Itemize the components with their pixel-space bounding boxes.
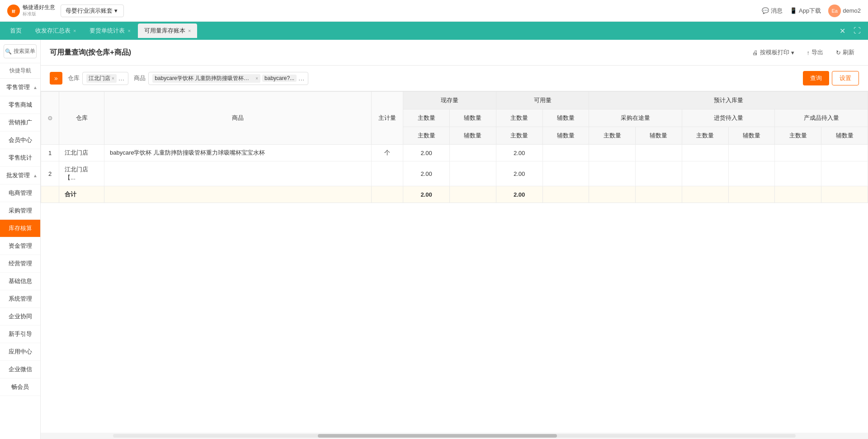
td-index: 2 [41, 161, 59, 186]
top-bar: 财 畅捷通好生意 标准版 母婴行业演示账套 ▾ 💬 消息 📱 App下载 Ea … [0, 0, 868, 22]
nav-tabs: 首页 收发存汇总表 × 要货单统计表 × 可用量库存账本 × ✕ ⛶ [0, 22, 868, 40]
settings-gear-icon[interactable]: ⚙ [47, 115, 53, 122]
th-settings[interactable]: ⚙ [41, 92, 59, 145]
scrollbar-thumb[interactable] [318, 434, 557, 438]
close-all-tabs[interactable]: ✕ [836, 27, 849, 35]
th-inc-aux: 辅数量 [728, 127, 775, 145]
th-prod-aux: 辅数量 [821, 127, 868, 145]
tab-available[interactable]: 可用量库存账本 × [138, 24, 197, 38]
print-template-btn[interactable]: 🖨 按模板打印 ▾ [748, 46, 799, 59]
product-input[interactable]: babycare学饮杯 儿童防摔防撞吸管杯重力球吸嘴杯宝宝水杯 × babyca… [148, 72, 308, 85]
th-purchase-in-transit: 采购在途量 [589, 109, 682, 127]
close-tab-available[interactable]: × [188, 28, 191, 33]
sidebar-item-enterprise[interactable]: 企业协同 [0, 308, 40, 326]
th-am2: 主数量 [496, 127, 542, 145]
sidebar-item-basic-info[interactable]: 基础信息 [0, 273, 40, 290]
filter-expand-btn[interactable]: » [50, 72, 62, 85]
sidebar-item-app-center[interactable]: 应用中心 [0, 343, 40, 361]
td-summary-current-main: 2.00 [403, 186, 450, 203]
sidebar-item-system[interactable]: 系统管理 [0, 290, 40, 308]
th-product: 商品 [104, 92, 372, 145]
sidebar-item-ecommerce[interactable]: 电商管理 [0, 184, 40, 202]
td-summary-inc-main [682, 186, 728, 203]
td-current-aux [449, 161, 496, 186]
sidebar-item-guide[interactable]: 新手引导 [0, 326, 40, 343]
summary-row: 合计 2.00 2.00 [41, 186, 868, 203]
sidebar-item-operation[interactable]: 经营管理 [0, 255, 40, 273]
td-summary-label: 合计 [59, 186, 104, 203]
sidebar-item-purchase[interactable]: 采购管理 [0, 202, 40, 220]
industry-selector[interactable]: 母婴行业演示账套 ▾ [61, 5, 124, 17]
download-icon: 📱 [790, 7, 797, 14]
sidebar-item-inventory[interactable]: 库存核算 [0, 220, 40, 237]
user-menu[interactable]: Ea demo2 [828, 5, 861, 17]
td-pur-main [589, 161, 636, 186]
chevron-print-icon: ▾ [791, 49, 794, 56]
product-tag-2: babycare?... [262, 75, 297, 82]
sidebar-item-marketing[interactable]: 营销推广 [0, 114, 40, 132]
message-btn[interactable]: 💬 消息 [762, 7, 783, 15]
close-tab-receipts[interactable]: × [73, 28, 76, 33]
sidebar-item-wholesale-mgmt[interactable]: 批发管理 ▲ [0, 167, 40, 184]
td-pur-aux [636, 145, 682, 161]
print-icon: 🖨 [752, 49, 758, 56]
td-summary-empty1 [41, 186, 59, 203]
sidebar-item-vip[interactable]: 畅会员 [0, 378, 40, 396]
query-btn[interactable]: 查询 [803, 71, 829, 85]
td-summary-current-aux [449, 186, 496, 203]
avatar: Ea [828, 5, 841, 17]
horizontal-scrollbar[interactable] [41, 433, 868, 439]
td-summary-empty2 [104, 186, 372, 203]
td-avail-aux [542, 145, 589, 161]
td-prod-main [775, 145, 821, 161]
content-area: 可用量查询(按仓库+商品) 🖨 按模板打印 ▾ ↑ 导出 ↻ 刷新 [41, 40, 868, 439]
refresh-btn[interactable]: ↻ 刷新 [831, 46, 859, 59]
filter-actions: 查询 设置 [803, 71, 859, 85]
td-summary-pur-aux [636, 186, 682, 203]
td-avail-main: 2.00 [496, 145, 542, 161]
td-prod-aux [821, 145, 868, 161]
warehouse-more[interactable]: ... [118, 74, 124, 82]
quick-nav-btn[interactable]: 快捷导航 [0, 63, 40, 79]
sidebar-item-finance[interactable]: 资金管理 [0, 237, 40, 255]
sidebar-item-member-center[interactable]: 会员中心 [0, 132, 40, 149]
scrollbar-track[interactable] [113, 434, 796, 438]
td-inc-main [682, 145, 728, 161]
tab-orders[interactable]: 要货单统计表 × [83, 24, 137, 38]
td-warehouse: 江北门店【... [59, 161, 104, 186]
th-prod-main: 主数量 [775, 127, 821, 145]
sidebar-item-retail-stats[interactable]: 零售统计 [0, 149, 40, 167]
search-menu-btn[interactable]: 🔍 搜索菜单 [4, 44, 37, 58]
warehouse-tag: 江北门店 × [86, 74, 117, 83]
th-product-wait: 产成品待入量 [775, 109, 868, 127]
top-bar-right: 💬 消息 📱 App下载 Ea demo2 [762, 5, 861, 17]
warehouse-input[interactable]: 江北门店 × ... [82, 72, 128, 85]
export-btn[interactable]: ↑ 导出 [802, 46, 828, 59]
sidebar-item-retail-mall[interactable]: 零售商城 [0, 96, 40, 114]
sidebar-item-wechat[interactable]: 企业微信 [0, 361, 40, 378]
td-avail-main: 2.00 [496, 161, 542, 186]
th-current-stock: 现存量 [403, 92, 496, 109]
tab-receipts[interactable]: 收发存汇总表 × [29, 24, 82, 38]
td-inc-aux [728, 161, 775, 186]
remove-warehouse-tag[interactable]: × [112, 76, 114, 81]
settings-btn[interactable]: 设置 [832, 71, 859, 85]
expand-icon-wholesale: ▲ [33, 173, 38, 178]
product-filter: 商品 babycare学饮杯 儿童防摔防撞吸管杯重力球吸嘴杯宝宝水杯 × bab… [134, 72, 308, 85]
td-avail-aux [542, 161, 589, 186]
page-header: 可用量查询(按仓库+商品) 🖨 按模板打印 ▾ ↑ 导出 ↻ 刷新 [41, 40, 868, 66]
table-row: 2 江北门店【... 2.00 2.00 [41, 161, 868, 186]
download-btn[interactable]: 📱 App下载 [790, 7, 821, 15]
td-summary-avail-aux [542, 186, 589, 203]
sidebar-item-retail-mgmt[interactable]: 零售管理 ▲ [0, 79, 40, 96]
tab-home[interactable]: 首页 [4, 24, 28, 38]
th-aa2: 辅数量 [542, 127, 589, 145]
filter-area: » 仓库 江北门店 × ... 商品 babycare学饮杯 儿童防摔防撞吸管杯… [41, 66, 868, 91]
th-avail-main: 主数量 [496, 109, 542, 127]
sidebar-search-area: 🔍 搜索菜单 [0, 40, 40, 63]
close-tab-orders[interactable]: × [127, 28, 130, 33]
expand-nav[interactable]: ⛶ [850, 27, 864, 35]
product-more[interactable]: ... [298, 74, 304, 82]
refresh-icon: ↻ [836, 49, 841, 56]
remove-product-tag-1[interactable]: × [255, 76, 258, 81]
